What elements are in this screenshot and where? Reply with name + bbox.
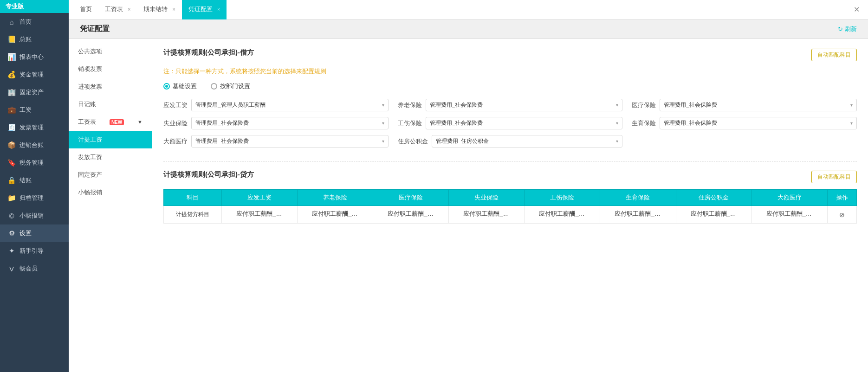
select-arrow-0-0: ▾	[382, 103, 384, 108]
sidebar-item-inventory[interactable]: 📦进销台账	[0, 136, 69, 154]
sidebar-item-settings[interactable]: ⚙设置	[0, 224, 69, 242]
form-item-2-0: 大额医疗 管理费用_社会保险费 ▾	[163, 135, 389, 148]
table-header-cell: 失业保险	[449, 190, 525, 206]
sidebar-item-label: 畅会员	[19, 264, 38, 273]
form-select-1-2[interactable]: 管理费用_社会保险费 ▾	[660, 117, 857, 129]
sidebar-item-assets[interactable]: 🏢固定资产	[0, 83, 69, 101]
form-label-0-1: 养老保险	[398, 101, 422, 109]
form-item-1-1: 工伤保险 管理费用_社会保险费 ▾	[398, 117, 623, 129]
salary-icon: 💼	[7, 106, 16, 114]
sidebar-item-reports[interactable]: 📊报表中心	[0, 48, 69, 66]
sidebar-item-invoice[interactable]: 🧾发票管理	[0, 119, 69, 136]
left-nav-label: 小畅报销	[78, 188, 102, 197]
table-header-cell: 应发工资	[222, 190, 298, 206]
sidebar-item-home[interactable]: ⌂首页	[0, 13, 69, 31]
sidebar-item-label: 报表中心	[19, 53, 44, 61]
form-select-2-1[interactable]: 管理费用_住房公积金 ▾	[432, 135, 623, 148]
sidebar-item-label: 工资	[19, 106, 32, 114]
table-row: 计提贷方科目应付职工薪酬_基...应付职工薪酬_基...应付职工薪酬_基...应…	[164, 206, 857, 224]
form-label-1-1: 工伤保险	[398, 119, 422, 128]
table-header-cell: 住房公积金	[676, 190, 751, 206]
sidebar-item-xiaochang[interactable]: ©小畅报销	[0, 207, 69, 224]
form-select-0-2[interactable]: 管理费用_社会保险费 ▾	[660, 99, 857, 111]
left-nav-label: 计提工资	[78, 135, 102, 144]
auto-match-button-1[interactable]: 自动匹配科目	[811, 49, 857, 61]
close-main-button[interactable]: ✕	[850, 5, 863, 14]
sidebar-item-guide[interactable]: ✦新手引导	[0, 242, 69, 260]
page-title: 凭证配置	[80, 24, 110, 34]
tab-bar: 首页工资表×期末结转×凭证配置× ✕	[69, 0, 868, 19]
tax-icon: 🔖	[7, 159, 16, 167]
table-cell-value-2[interactable]: 应付职工薪酬_基...	[373, 206, 449, 224]
auto-match-button-2[interactable]: 自动匹配科目	[811, 171, 857, 183]
right-content: 计提核算规则(公司承担)-借方 自动匹配科目 注：只能选择一种方式，系统将按照您…	[152, 39, 868, 372]
form-label-2-0: 大额医疗	[163, 137, 188, 146]
section-credit: 计提核算规则(公司承担)-贷方 自动匹配科目 科目应发工资养老保险医疗保险失业保…	[163, 170, 857, 224]
page-header: 凭证配置 ↻ 刷新	[69, 19, 868, 39]
form-item-0-1: 养老保险 管理费用_社会保险费 ▾	[398, 99, 623, 111]
nav-badge-salary-table-nav: NEW	[110, 119, 124, 125]
sidebar-item-member[interactable]: V畅会员	[0, 260, 69, 277]
tab-close-voucher-config[interactable]: ×	[217, 6, 220, 12]
sidebar-item-tax[interactable]: 🔖税务管理	[0, 154, 69, 172]
form-item-0-0: 应发工资 管理费用_管理人员职工薪酬 ▾	[163, 99, 389, 111]
form-select-2-0[interactable]: 管理费用_社会保险费 ▾	[191, 135, 389, 148]
action-icon[interactable]: ⊘	[839, 211, 845, 218]
left-nav-label: 工资表	[78, 118, 96, 126]
debit-form-grid: 应发工资 管理费用_管理人员职工薪酬 ▾ 养老保险 管理费用_社会保险费 ▾ 医…	[163, 99, 857, 148]
left-nav-item-public-options[interactable]: 公共选项	[69, 43, 152, 60]
form-select-0-0[interactable]: 管理费用_管理人员职工薪酬 ▾	[191, 99, 389, 111]
closing-icon: 🔒	[7, 176, 16, 185]
select-arrow-0-1: ▾	[616, 103, 618, 108]
radio-department[interactable]: 按部门设置	[211, 82, 250, 90]
sidebar-item-ledger[interactable]: 📒总账	[0, 31, 69, 48]
table-cell-value-3[interactable]: 应付职工薪酬_基...	[449, 206, 525, 224]
table-cell-value-0[interactable]: 应付职工薪酬_基...	[222, 206, 298, 224]
left-nav-label: 销项发票	[78, 65, 102, 73]
left-nav-label: 固定资产	[78, 171, 102, 179]
tab-voucher-config[interactable]: 凭证配置×	[182, 0, 227, 19]
table-cell-value-4[interactable]: 应付职工薪酬_基...	[525, 206, 600, 224]
left-nav-item-issue-salary[interactable]: 发放工资	[69, 148, 152, 166]
table-header-cell: 生育保险	[600, 190, 676, 206]
table-cell-value-6[interactable]: 应付职工薪酬_基...	[676, 206, 751, 224]
main-area: 首页工资表×期末结转×凭证配置× ✕ 凭证配置 ↻ 刷新 公共选项销项发票进项发…	[69, 0, 868, 372]
left-nav-item-input-invoice[interactable]: 进项发票	[69, 78, 152, 96]
refresh-icon: ↻	[838, 26, 843, 32]
left-nav-item-journal[interactable]: 日记账	[69, 96, 152, 113]
sidebar-item-closing[interactable]: 🔒结账	[0, 172, 69, 189]
tab-home[interactable]: 首页	[73, 0, 98, 19]
tab-close-salary-table[interactable]: ×	[128, 6, 130, 12]
select-arrow-1-2: ▾	[850, 121, 853, 126]
form-select-0-1[interactable]: 管理费用_社会保险费 ▾	[426, 99, 623, 111]
left-nav-item-salary-table-nav[interactable]: 工资表NEW▼	[69, 113, 152, 131]
sidebar-item-salary[interactable]: 💼工资	[0, 101, 69, 119]
left-nav-item-cancel-invoice[interactable]: 销项发票	[69, 60, 152, 78]
sidebar-item-archive[interactable]: 📁归档管理	[0, 189, 69, 207]
radio-basic[interactable]: 基础设置	[163, 82, 197, 90]
radio-basic-dot	[163, 83, 170, 90]
form-select-1-0[interactable]: 管理费用_社会保险费 ▾	[191, 117, 389, 129]
select-arrow-0-2: ▾	[850, 103, 853, 108]
table-cell-value-1[interactable]: 应付职工薪酬_基...	[298, 206, 373, 224]
sidebar-item-label: 小畅报销	[19, 212, 44, 220]
select-arrow-1-0: ▾	[382, 121, 384, 126]
form-select-1-1[interactable]: 管理费用_社会保险费 ▾	[426, 117, 623, 129]
tab-period-close[interactable]: 期末结转×	[137, 0, 181, 19]
table-cell-value-7[interactable]: 应付职工薪酬_基...	[751, 206, 827, 224]
section1-header: 计提核算规则(公司承担)-借方 自动匹配科目	[163, 48, 857, 62]
reports-icon: 📊	[7, 53, 16, 61]
left-nav-item-calc-salary[interactable]: 计提工资	[69, 131, 152, 148]
sidebar-item-funds[interactable]: 💰资金管理	[0, 66, 69, 83]
table-cell-action[interactable]: ⊘	[827, 206, 856, 224]
table-header-cell: 操作	[827, 190, 856, 206]
left-nav-item-fixed-assets[interactable]: 固定资产	[69, 166, 152, 184]
section-debit: 计提核算规则(公司承担)-借方 自动匹配科目 注：只能选择一种方式，系统将按照您…	[163, 48, 857, 148]
tab-close-period-close[interactable]: ×	[172, 6, 175, 12]
tab-salary-table[interactable]: 工资表×	[98, 0, 137, 19]
member-icon: V	[7, 265, 16, 273]
left-nav-item-xiaochang-reimb[interactable]: 小畅报销	[69, 184, 152, 201]
tab-label: 期末结转	[143, 5, 168, 13]
refresh-button[interactable]: ↻ 刷新	[838, 25, 857, 33]
table-cell-value-5[interactable]: 应付职工薪酬_基...	[600, 206, 676, 224]
